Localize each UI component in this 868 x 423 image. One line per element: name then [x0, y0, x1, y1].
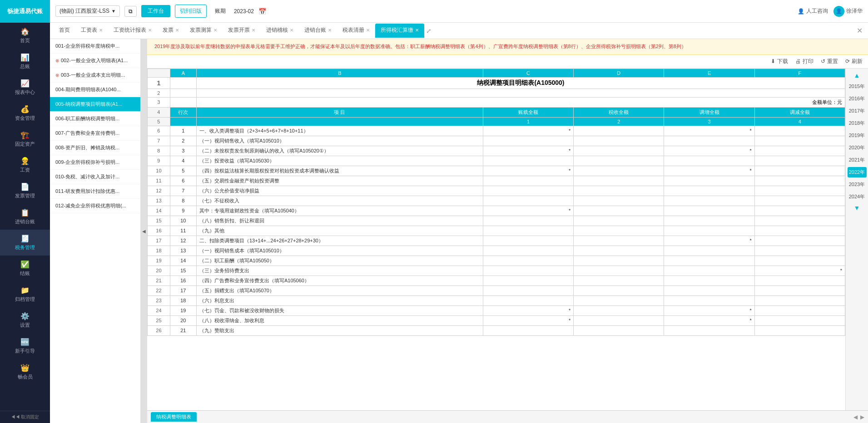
left-item-010[interactable]: 010-免税、减计收入及加计...	[50, 170, 140, 184]
sidebar-item-guide[interactable]: 🆕 新手引导	[0, 333, 50, 359]
tab-sales-ledger[interactable]: 进销台账✕	[299, 24, 337, 38]
print-button[interactable]: 🖨 打印	[795, 58, 813, 65]
panel-collapse-handle[interactable]: ◀	[141, 39, 147, 423]
left-item-002[interactable]: ⊗ 002-一般企业收入明细表(A1...	[50, 54, 140, 68]
value-cell-1[interactable]	[483, 216, 573, 226]
value-cell-3[interactable]	[664, 206, 754, 216]
left-item-009[interactable]: 009-企业所得税弥补亏损明...	[50, 155, 140, 170]
close-tab-income-tax[interactable]: ✕	[415, 28, 419, 33]
value-cell-4[interactable]	[754, 146, 845, 156]
item-name[interactable]: （二）未按权责发生制原则确认的收入（填写A105020①）	[196, 146, 483, 156]
year-item-2015[interactable]: 2015年	[848, 81, 867, 92]
value-cell-3[interactable]	[664, 266, 754, 275]
value-cell-2[interactable]	[574, 136, 664, 146]
value-cell-3[interactable]	[664, 176, 754, 186]
year-item-2022[interactable]: 2022年	[848, 167, 867, 177]
tab-tax-clear[interactable]: 税表清册✕	[337, 24, 375, 38]
value-cell-4[interactable]: *	[754, 266, 845, 275]
value-cell-3[interactable]	[664, 325, 754, 335]
sidebar-item-tax[interactable]: 🧾 税务管理	[0, 230, 50, 256]
tab-home[interactable]: 首页	[54, 24, 75, 38]
value-cell-2[interactable]	[574, 146, 664, 156]
value-cell-1[interactable]	[483, 266, 573, 275]
item-name[interactable]: （四）按权益法核算长期股权投资对初始投资成本调整确认收益	[196, 166, 483, 176]
close-tab-salary-report[interactable]: ✕	[148, 28, 152, 33]
sidebar-item-ledger[interactable]: 📊 总账	[0, 49, 50, 74]
value-cell-3[interactable]	[664, 275, 754, 285]
value-cell-4[interactable]	[754, 156, 845, 166]
value-cell-3[interactable]	[664, 226, 754, 236]
value-cell-3[interactable]	[664, 196, 754, 206]
value-cell-2[interactable]	[574, 216, 664, 226]
tab-salary-report[interactable]: 工资统计报表✕	[108, 24, 157, 38]
value-cell-2[interactable]	[574, 266, 664, 275]
tab-invoice-issue[interactable]: 发票开票✕	[223, 24, 261, 38]
item-name[interactable]: （七）不征税收入	[196, 196, 483, 206]
sidebar-item-purchase-sales[interactable]: 📋 进销台账	[0, 204, 50, 230]
value-cell-3[interactable]	[664, 216, 754, 226]
close-tab-check[interactable]: ✕	[290, 28, 293, 33]
value-cell-4[interactable]	[754, 216, 845, 226]
item-name[interactable]: （五）捐赠支出（填写A105070）	[196, 285, 483, 295]
value-cell-4[interactable]	[754, 226, 845, 236]
sidebar-item-settings[interactable]: ⚙️ 设置	[0, 307, 50, 333]
close-tab-tax-clear[interactable]: ✕	[366, 28, 370, 33]
year-item-2017[interactable]: 2017年	[848, 106, 867, 116]
value-cell-2[interactable]	[574, 256, 664, 266]
sidebar-item-member[interactable]: 👑 畅会员	[0, 359, 50, 385]
year-item-2019[interactable]: 2019年	[848, 130, 867, 141]
sidebar-item-invoice-mgmt[interactable]: 📄 发票管理	[0, 178, 50, 204]
value-cell-2[interactable]	[574, 226, 664, 236]
value-cell-3[interactable]	[664, 136, 754, 146]
item-name[interactable]: （三）业务招待费支出	[196, 266, 483, 275]
left-item-001[interactable]: 001-企业所得税年度纳税申...	[50, 39, 140, 54]
item-name[interactable]: （六）利息支出	[196, 295, 483, 305]
value-cell-3[interactable]: *	[664, 236, 754, 246]
value-cell-1[interactable]: *	[483, 305, 573, 315]
sheet-tab-main[interactable]: 纳税调整明细表	[151, 412, 197, 422]
item-name[interactable]: （八）销售折扣、折让和退回	[196, 216, 483, 226]
value-cell-3[interactable]: *	[664, 315, 754, 325]
service-area[interactable]: 👤 人工咨询	[798, 7, 828, 15]
value-cell-4[interactable]	[754, 305, 845, 315]
value-cell-1[interactable]	[483, 196, 573, 206]
value-cell-2[interactable]	[574, 206, 664, 216]
value-cell-1[interactable]	[483, 285, 573, 295]
value-cell-1[interactable]: *	[483, 166, 573, 176]
left-item-006[interactable]: 006-职工薪酬纳税调整明细...	[50, 112, 140, 126]
item-name[interactable]: （一）视同销售收入（填写A105010）	[196, 136, 483, 146]
left-item-005[interactable]: 005-纳税调整项目明细表(A1...	[50, 97, 140, 112]
company-select[interactable]: (物副) 江西股室-LSS ▼	[55, 5, 120, 17]
close-tab-sales-ledger[interactable]: ✕	[328, 28, 332, 33]
value-cell-4[interactable]	[754, 176, 845, 186]
value-cell-3[interactable]	[664, 256, 754, 266]
value-cell-2[interactable]	[574, 196, 664, 206]
value-cell-2[interactable]	[574, 305, 664, 315]
sidebar-item-assets[interactable]: 🏗️ 固定资产	[0, 126, 50, 152]
value-cell-4[interactable]	[754, 166, 845, 176]
value-cell-2[interactable]	[574, 166, 664, 176]
value-cell-1[interactable]	[483, 186, 573, 196]
value-cell-1[interactable]	[483, 295, 573, 305]
user-area[interactable]: 👤 徐泽华	[833, 6, 863, 17]
value-cell-3[interactable]	[664, 156, 754, 166]
item-name[interactable]: （三）投资收益（填写A105030）	[196, 156, 483, 166]
item-name[interactable]: 一、收入类调整项目（2+3+4+5+6+7+8+10+11）	[196, 126, 483, 136]
value-cell-1[interactable]: *	[483, 206, 573, 216]
close-tab-salary[interactable]: ✕	[99, 28, 103, 33]
item-name[interactable]: （二）职工薪酬（填写A105050）	[196, 256, 483, 266]
value-cell-3[interactable]	[664, 285, 754, 295]
value-cell-3[interactable]	[664, 246, 754, 256]
tab-income-tax[interactable]: 所得税汇算缴✕	[375, 24, 424, 38]
tab-check[interactable]: 进销稽核✕	[261, 24, 299, 38]
value-cell-1[interactable]	[483, 275, 573, 285]
item-name[interactable]: （九）其他	[196, 226, 483, 236]
value-cell-1[interactable]: *	[483, 146, 573, 156]
year-up-icon[interactable]: ▲	[853, 70, 862, 80]
value-cell-4[interactable]	[754, 256, 845, 266]
calendar-icon[interactable]: 📅	[258, 8, 266, 15]
left-item-008[interactable]: 008-资产折旧、摊销及纳税...	[50, 141, 140, 155]
scroll-left-icon[interactable]: ◀	[853, 414, 858, 420]
value-cell-4[interactable]	[754, 246, 845, 256]
sidebar-item-archive[interactable]: 📁 归档管理	[0, 281, 50, 307]
